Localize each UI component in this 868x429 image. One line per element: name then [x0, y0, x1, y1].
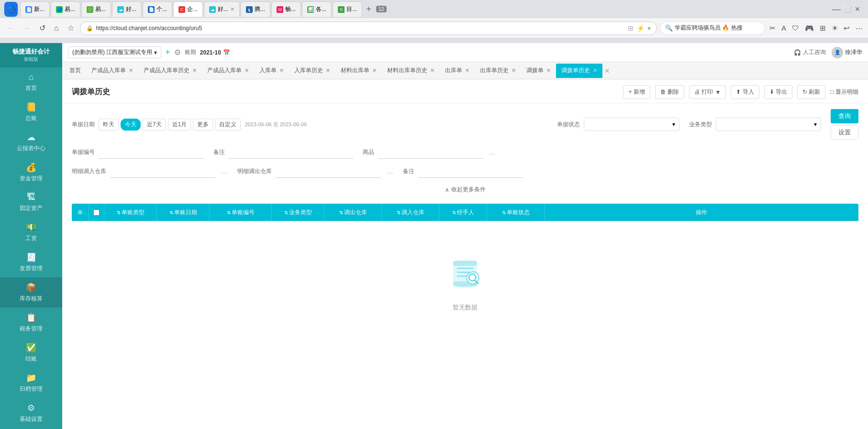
page-tabs-close-all[interactable]: ✕ — [604, 67, 610, 75]
refresh-button[interactable]: ↺ — [36, 22, 48, 34]
query-button[interactable]: 查询 — [831, 109, 858, 123]
browser-tab-5[interactable]: 📄 个... — [143, 1, 172, 17]
shield-icon[interactable]: 🛡 — [790, 22, 801, 33]
browser-tab-8[interactable]: 🐧 腾... — [241, 1, 270, 17]
import-button[interactable]: ⬆ 导入 — [731, 85, 759, 99]
yesterday-btn[interactable]: 昨天 — [99, 119, 119, 131]
browser-tab-11[interactable]: S 目... — [333, 1, 362, 17]
page-tab-7[interactable]: 材料出库单历史 ✕ — [382, 64, 440, 78]
more-btn[interactable]: 更多 — [193, 119, 213, 131]
page-tab-2[interactable]: 产成品入库单历史 ✕ — [138, 64, 202, 78]
sidebar-item-settle[interactable]: ✅ 结账 — [0, 338, 62, 368]
table-col-type[interactable]: ⇅ 单账类型 — [104, 204, 157, 221]
set-button[interactable]: 设置 — [831, 125, 858, 140]
forward-button[interactable]: → — [20, 22, 33, 34]
sidebar-item-settings[interactable]: ⚙ 基础设置 — [0, 398, 62, 428]
game-icon[interactable]: 🎮 — [803, 22, 815, 34]
undo-icon[interactable]: ↩ — [842, 22, 851, 34]
page-tab-close-4[interactable]: ✕ — [279, 67, 284, 74]
address-bar[interactable]: 🔒 https://cloud.chanjet.com/accounting/u… — [80, 22, 657, 35]
sidebar-item-fund[interactable]: 💰 资金管理 — [0, 157, 62, 187]
delete-button[interactable]: 🗑 删除 — [655, 85, 684, 99]
page-tab-5[interactable]: 入库单历史 ✕ — [289, 64, 335, 78]
export-button[interactable]: ⬇ 导出 — [764, 85, 792, 99]
maximize-button[interactable]: ⬜ — [844, 5, 852, 13]
outwh-picker-icon[interactable]: … — [387, 167, 393, 175]
sidebar-item-archive[interactable]: 📁 归档管理 — [0, 368, 62, 398]
settings-company-button[interactable]: ⚙ — [174, 48, 181, 57]
browser-tab-9[interactable]: M 畅... — [271, 1, 301, 17]
table-col-outwh[interactable]: ⇅ 调出仓库 — [324, 204, 382, 221]
page-tab-9[interactable]: 出库单历史 ✕ — [475, 64, 521, 78]
theme-icon[interactable]: ☀ — [830, 22, 839, 34]
browser-tab-1[interactable]: 📄 新... — [20, 1, 50, 17]
browser-tab-10[interactable]: 📊 各... — [302, 1, 332, 17]
period-selector[interactable]: 2021-10 📅 — [200, 49, 230, 56]
table-col-no[interactable]: ⇅ 单账编号 — [210, 204, 272, 221]
remark-input[interactable] — [229, 145, 353, 159]
custom-btn[interactable]: 自定义 — [215, 119, 241, 131]
table-col-biztype[interactable]: ⇅ 业务类型 — [272, 204, 324, 221]
biztype-select[interactable]: ▾ — [716, 118, 821, 131]
page-tab-close-7[interactable]: ✕ — [430, 67, 434, 74]
back-button[interactable]: ← — [4, 22, 17, 34]
sidebar-item-ledger[interactable]: 📒 总账 — [0, 97, 62, 127]
outwh-input[interactable] — [276, 165, 381, 178]
remark2-input[interactable] — [418, 165, 523, 178]
select-all-checkbox[interactable] — [93, 209, 100, 216]
inwh-input[interactable] — [110, 165, 215, 178]
search-bar[interactable]: 🔍 学霸应聘场驱鸟员 🔥 热搜 — [660, 22, 765, 35]
status-select[interactable]: ▾ — [584, 118, 679, 131]
browser-tab-4[interactable]: ☁ 好... — [112, 1, 142, 17]
1month-btn[interactable]: 近1月 — [168, 119, 191, 131]
print-button[interactable]: 🖨 打印 ▼ — [689, 85, 726, 99]
translate-icon[interactable]: A — [780, 22, 788, 33]
home-button[interactable]: ⌂ — [51, 22, 62, 34]
page-tab-close-10[interactable]: ✕ — [546, 67, 551, 74]
page-tab-close-8[interactable]: ✕ — [465, 67, 469, 74]
menu-icon[interactable]: ⋯ — [854, 22, 864, 34]
inwh-picker-icon[interactable]: … — [221, 167, 228, 175]
page-tab-home[interactable]: 首页 — [64, 64, 86, 78]
goods-input[interactable] — [378, 145, 483, 159]
sidebar-item-reports[interactable]: ☁ 云报表中心 — [0, 127, 62, 157]
sidebar-item-tax[interactable]: 📋 税务管理 — [0, 308, 62, 338]
page-tab-close-9[interactable]: ✕ — [512, 67, 516, 74]
user-info[interactable]: 👤 徐泽华 — [832, 47, 862, 58]
browser-tab-0[interactable]: 🔵 — [4, 1, 18, 17]
new-tab-button[interactable]: + — [363, 4, 374, 14]
tab-close-7[interactable]: ✕ — [230, 6, 234, 12]
today-btn[interactable]: 今天 — [121, 119, 141, 131]
grid-icon[interactable]: ⊞ — [818, 22, 827, 34]
minimize-button[interactable]: — — [832, 4, 841, 14]
sidebar-item-payroll[interactable]: 💵 工资 — [0, 217, 62, 247]
docno-input[interactable] — [99, 145, 204, 159]
page-tab-3[interactable]: 产成品入库单 ✕ — [202, 64, 254, 78]
collapse-button[interactable]: ∧ 收起更多条件 — [72, 184, 858, 196]
page-tab-10[interactable]: 调拨单 ✕ — [521, 64, 556, 78]
page-tab-8[interactable]: 出库单 ✕ — [440, 64, 475, 78]
table-col-status[interactable]: ⇅ 单账状态 — [487, 204, 545, 221]
page-tab-4[interactable]: 入库单 ✕ — [254, 64, 289, 78]
page-tab-11[interactable]: 调拨单历史 ✕ — [556, 64, 602, 78]
close-button[interactable]: ✕ — [855, 5, 860, 13]
page-tab-close-3[interactable]: ✕ — [245, 67, 249, 74]
page-tab-close-1[interactable]: ✕ — [129, 67, 133, 74]
display-toggle[interactable]: □ 显示明细 — [830, 88, 858, 96]
table-col-settings[interactable]: ⚙ — [72, 204, 89, 221]
scissors-icon[interactable]: ✂ — [768, 22, 777, 34]
table-col-inwh[interactable]: ⇅ 调入仓库 — [382, 204, 439, 221]
browser-tab-3[interactable]: 🟢 易... — [81, 1, 111, 17]
7days-btn[interactable]: 近7天 — [143, 119, 166, 131]
refresh-button[interactable]: ↻ 刷新 — [797, 85, 825, 99]
page-tab-close-5[interactable]: ✕ — [326, 67, 330, 74]
goods-picker-icon[interactable]: … — [489, 148, 496, 156]
table-col-handler[interactable]: ⇅ 经手人 — [439, 204, 487, 221]
table-col-date[interactable]: ⇅ 单账日期 — [157, 204, 210, 221]
browser-tab-7[interactable]: ☁ 好... ✕ — [204, 1, 240, 17]
page-tab-1[interactable]: 产成品入库单 ✕ — [86, 64, 138, 78]
browser-tab-6[interactable]: C 企... — [173, 1, 203, 17]
sidebar-item-inventory[interactable]: 📦 库存核算 — [0, 277, 62, 308]
table-col-checkbox[interactable] — [89, 204, 104, 221]
page-tab-close-2[interactable]: ✕ — [192, 67, 197, 74]
